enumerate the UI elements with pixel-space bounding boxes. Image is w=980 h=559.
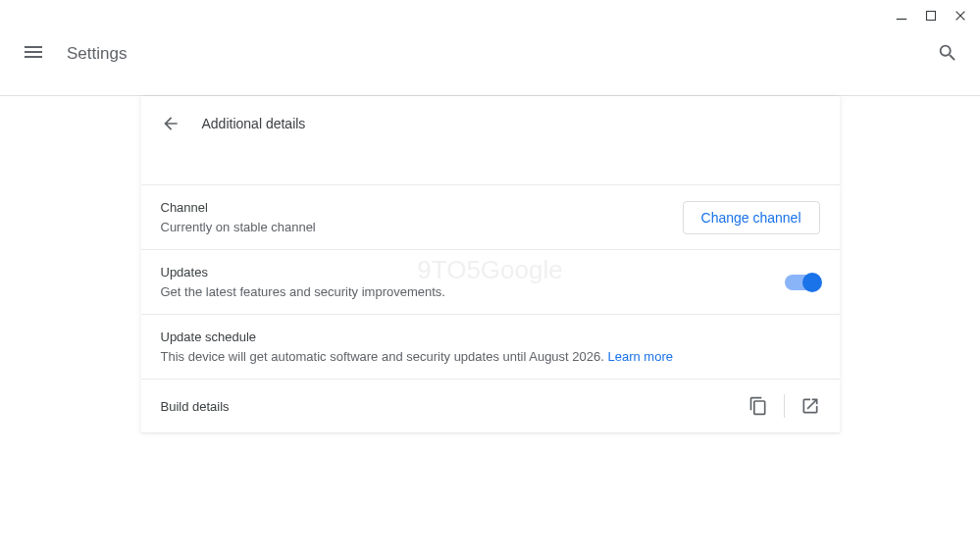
updates-sub: Get the latest features and security imp… — [161, 284, 785, 299]
channel-text: Channel Currently on stable channel — [161, 200, 683, 234]
updates-toggle[interactable] — [785, 275, 820, 290]
channel-title: Channel — [161, 200, 683, 215]
schedule-sub-text: This device will get automatic software … — [161, 349, 608, 364]
content-area: Additional details Channel Currently on … — [0, 96, 980, 433]
schedule-row: Update schedule This device will get aut… — [141, 314, 840, 379]
schedule-text: Update schedule This device will get aut… — [161, 330, 820, 364]
build-details-text: Build details — [161, 399, 748, 414]
build-actions — [748, 394, 820, 418]
svg-rect-1 — [927, 12, 936, 21]
panel-header: Additional details — [141, 96, 840, 184]
action-divider — [784, 394, 785, 418]
channel-row: Channel Currently on stable channel Chan… — [141, 184, 840, 249]
maximize-icon[interactable] — [923, 8, 939, 24]
schedule-sub: This device will get automatic software … — [161, 349, 820, 364]
updates-row: Updates Get the latest features and secu… — [141, 249, 840, 314]
settings-panel: Additional details Channel Currently on … — [141, 96, 840, 433]
top-bar: Settings — [0, 0, 980, 96]
build-details-title: Build details — [161, 399, 748, 414]
open-external-icon[interactable] — [800, 396, 820, 416]
learn-more-link[interactable]: Learn more — [607, 349, 672, 364]
copy-icon[interactable] — [748, 396, 768, 416]
updates-text: Updates Get the latest features and secu… — [161, 265, 785, 299]
change-channel-button[interactable]: Change channel — [683, 201, 820, 234]
panel-title: Additional details — [202, 116, 306, 131]
build-details-row: Build details — [141, 379, 840, 433]
close-icon[interactable] — [953, 8, 968, 24]
page-title: Settings — [67, 44, 937, 64]
search-icon[interactable] — [937, 42, 958, 64]
hamburger-menu-icon[interactable] — [22, 40, 45, 64]
channel-sub: Currently on stable channel — [161, 220, 683, 234]
back-arrow-icon[interactable] — [161, 114, 181, 133]
window-controls — [894, 8, 968, 24]
schedule-title: Update schedule — [161, 330, 820, 344]
updates-title: Updates — [161, 265, 785, 280]
minimize-icon[interactable] — [894, 8, 909, 24]
